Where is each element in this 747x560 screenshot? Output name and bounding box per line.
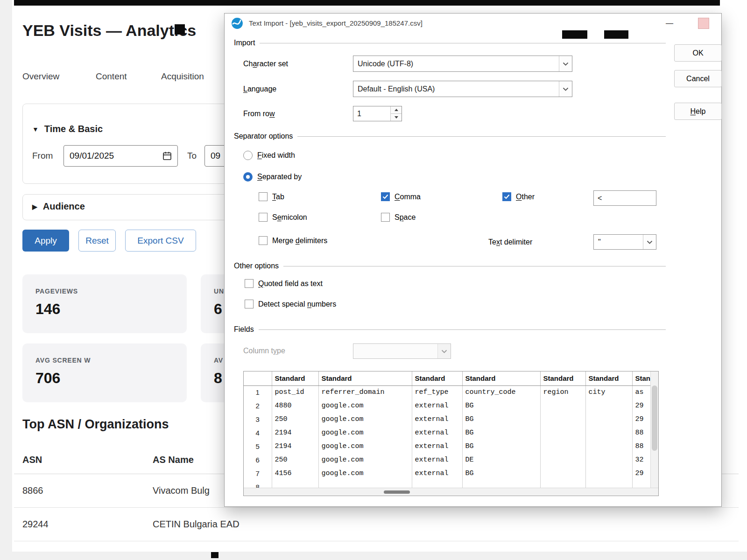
preview-cell: google.com bbox=[318, 467, 412, 480]
other-checkbox[interactable]: Other bbox=[502, 192, 535, 201]
tab-label: Tab bbox=[272, 193, 284, 201]
language-label: Language bbox=[243, 85, 276, 93]
chevron-down-icon[interactable] bbox=[559, 56, 572, 71]
preview-row: 2 4880 google.com external BG 29 bbox=[244, 399, 651, 413]
from-label: From bbox=[32, 151, 53, 161]
radio-icon bbox=[243, 151, 253, 160]
preview-column-header[interactable]: Standard bbox=[585, 371, 632, 385]
minimize-button[interactable]: — bbox=[662, 17, 677, 29]
page-title: YEB Visits — Analytics bbox=[22, 21, 196, 40]
table-row: 29244 CETIN Bulgaria EAD bbox=[14, 508, 739, 541]
separated-by-radio[interactable]: Separated by bbox=[243, 172, 302, 182]
dialog-titlebar[interactable]: Text Import - [yeb_visits_export_2025090… bbox=[225, 14, 721, 33]
checkbox-checked-icon bbox=[381, 192, 390, 201]
as-name-cell: CETIN Bulgaria EAD bbox=[153, 519, 240, 530]
comma-checkbox[interactable]: Comma bbox=[381, 192, 421, 201]
preview-cell bbox=[540, 440, 585, 453]
help-button[interactable]: Help bbox=[674, 103, 722, 120]
preview-cell: 29 bbox=[632, 467, 651, 480]
comma-label: Comma bbox=[395, 193, 421, 201]
bottom-margin bbox=[0, 552, 747, 560]
scrollbar-thumb[interactable] bbox=[652, 385, 657, 451]
spin-down-button[interactable] bbox=[391, 114, 402, 121]
preview-cell: google.com bbox=[318, 426, 412, 440]
from-date-input[interactable]: 09/01/2025 bbox=[63, 145, 178, 167]
preview-cell: 2194 bbox=[272, 426, 318, 440]
chevron-down-icon[interactable] bbox=[559, 81, 572, 97]
column-type-select[interactable] bbox=[353, 343, 451, 359]
preview-body: 1 post_id referrer_domain ref_type count… bbox=[244, 385, 651, 494]
from-row-label: From row bbox=[243, 110, 275, 118]
export-csv-button[interactable]: Export CSV bbox=[125, 230, 196, 252]
checkbox-icon bbox=[245, 300, 254, 308]
fields-section-label: Fields bbox=[234, 325, 254, 334]
detect-special-numbers-checkbox[interactable]: Detect special numbers bbox=[245, 300, 336, 308]
reset-button[interactable]: Reset bbox=[78, 230, 116, 252]
other-options-section: Other options bbox=[234, 262, 666, 270]
radio-checked-icon bbox=[243, 172, 253, 182]
preview-column-header[interactable]: Standard bbox=[632, 371, 651, 385]
left-margin bbox=[0, 0, 12, 560]
row-number: 6 bbox=[244, 453, 272, 467]
tab-acquisition[interactable]: Acquisition bbox=[161, 71, 204, 82]
spin-down-icon bbox=[395, 116, 398, 119]
audience-toggle[interactable]: ▶ Audience bbox=[32, 201, 85, 212]
apply-button[interactable]: Apply bbox=[22, 230, 69, 252]
space-checkbox[interactable]: Space bbox=[381, 213, 416, 222]
preview-column-header[interactable]: Standard bbox=[540, 371, 585, 385]
asn-section-title: Top ASN / Organizations bbox=[22, 417, 169, 432]
preview-cell: region bbox=[540, 385, 585, 399]
preview-column-header[interactable]: Standard bbox=[462, 371, 540, 385]
dialog-title: Text Import - [yeb_visits_export_2025090… bbox=[249, 19, 423, 27]
horizontal-scrollbar[interactable] bbox=[244, 488, 658, 496]
other-separator-input[interactable] bbox=[593, 190, 656, 206]
preview-cell bbox=[585, 413, 632, 426]
character-set-select[interactable]: Unicode (UTF-8) bbox=[353, 56, 572, 72]
tab-checkbox[interactable]: Tab bbox=[259, 192, 284, 201]
from-row-spinner[interactable]: 1 bbox=[353, 106, 402, 121]
preview-column-header[interactable]: Standard bbox=[318, 371, 412, 385]
preview-column-header[interactable]: Standard bbox=[272, 371, 318, 385]
spin-up-button[interactable] bbox=[391, 106, 402, 114]
quoted-field-checkbox[interactable]: Quoted field as text bbox=[245, 279, 323, 288]
semicolon-label: Semicolon bbox=[272, 213, 307, 222]
close-button[interactable] bbox=[698, 18, 709, 29]
preview-row: 6 250 google.com external DE 32 bbox=[244, 453, 651, 467]
chevron-down-icon[interactable] bbox=[643, 235, 656, 249]
check-icon bbox=[382, 194, 388, 199]
preview-cell: google.com bbox=[318, 440, 412, 453]
language-select[interactable]: Default - English (USA) bbox=[353, 81, 572, 97]
vertical-scrollbar[interactable] bbox=[650, 371, 658, 488]
preview-cell: external bbox=[412, 440, 462, 453]
scrollbar-thumb[interactable] bbox=[384, 490, 410, 494]
preview-column-header[interactable]: Standard bbox=[412, 371, 462, 385]
ok-button[interactable]: OK bbox=[674, 44, 722, 62]
detect-special-numbers-label: Detect special numbers bbox=[258, 300, 336, 308]
time-basic-label: Time & Basic bbox=[44, 124, 103, 134]
preview-cell bbox=[585, 467, 632, 480]
stat-value: 146 bbox=[35, 301, 174, 318]
merge-delimiters-checkbox[interactable]: Merge delimiters bbox=[259, 236, 327, 245]
as-name-cell: Vivacom Bulg bbox=[153, 485, 210, 496]
separator-line bbox=[259, 329, 666, 330]
time-basic-toggle[interactable]: ▼ Time & Basic bbox=[32, 124, 103, 134]
separated-by-label: Separated by bbox=[257, 173, 302, 181]
preview-cell: post_id bbox=[272, 385, 318, 399]
preview-cell: 29 bbox=[632, 399, 651, 413]
preview-row: 3 250 google.com external BG 29 bbox=[244, 413, 651, 426]
cancel-button[interactable]: Cancel bbox=[674, 70, 722, 87]
audience-label: Audience bbox=[43, 201, 85, 212]
checkbox-icon bbox=[381, 213, 390, 222]
stat-value: 706 bbox=[35, 370, 174, 387]
to-label: To bbox=[187, 151, 197, 161]
preview-column-header[interactable] bbox=[244, 371, 272, 385]
libreoffice-logo-icon bbox=[231, 17, 243, 31]
tab-content[interactable]: Content bbox=[96, 71, 127, 82]
from-date-value: 09/01/2025 bbox=[70, 151, 114, 161]
tab-overview[interactable]: Overview bbox=[22, 71, 59, 82]
text-delimiter-select[interactable]: " bbox=[593, 234, 656, 250]
separator-line bbox=[283, 266, 666, 266]
preview-cell: external bbox=[412, 413, 462, 426]
semicolon-checkbox[interactable]: Semicolon bbox=[259, 213, 307, 222]
fixed-width-radio[interactable]: Fixed width bbox=[243, 151, 295, 160]
